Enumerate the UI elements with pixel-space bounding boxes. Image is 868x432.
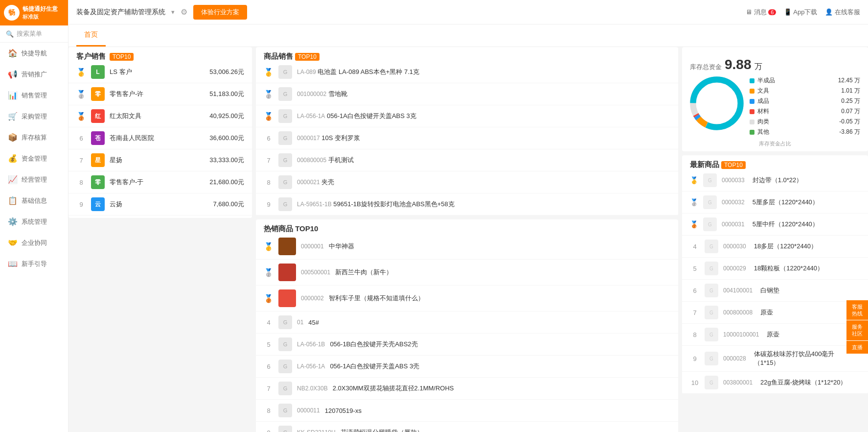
customer-value: 21,680.00元 [209,178,244,187]
new-product-name: 5厘多层（1220*2440） [753,198,819,207]
service-icon: 👤 [825,8,833,16]
hot-product-img [278,264,296,281]
sidebar-search[interactable]: 🔍 搜索菜单 [0,25,68,43]
experience-button[interactable]: 体验行业方案 [193,5,247,20]
new-product-code: 0000031 [722,221,745,228]
new-product-code: 0000032 [722,199,745,206]
product-rank-item: 🥉 G LA-056-1A 056-1A白色按键开关盖ABS 3克 [256,105,678,127]
sidebar-item-basic[interactable]: 📋 基础信息 [0,190,68,211]
hot-product-name: 056-1A白色按键开关盖ABS 3壳 [330,362,419,371]
hot-product-name: 45# [308,319,319,326]
dropdown-arrow-icon[interactable]: ▾ [171,8,175,16]
legend-name: 其他 [757,128,839,136]
hot-product-img: G [278,360,292,373]
new-product-item: 7 G 000800008 原壶 [682,302,868,324]
new-product-img: G [703,195,717,209]
legend-item: 其他 -3.86 万 [750,128,860,136]
inventory-chart-label: 库存资金占比 [682,140,868,151]
legend-item: 材料 0.07 万 [750,107,860,116]
settings-icon[interactable]: ⚙ [181,7,187,17]
sidebar-item-label: 经营管理 [22,175,47,184]
new-product-name: 5厘中纤（1220*2440） [753,220,819,229]
product-top10-title: 商品销售 [264,52,293,61]
medal-icon: 🥇 [264,242,274,251]
customer-value: 53,006.26元 [209,68,244,76]
system-title: 装备及固定资产辅助管理系统 [76,8,165,17]
sidebar: 畅 畅捷通好生意 标准版 🔍 搜索菜单 🏠 快捷导航 📢 营销推广 📊 销售管理… [0,0,69,432]
legend-name: 材料 [757,107,841,116]
new-product-item: 8 G 10000100001 原壶 [682,324,868,346]
legend-name: 半成品 [757,76,838,85]
sidebar-item-finance[interactable]: 💰 资金管理 [0,148,68,169]
float-service-button[interactable]: 客服 热线 [846,300,868,320]
message-area[interactable]: 🖥 消息 6 [746,8,776,17]
customer-avatar: 零 [91,175,105,189]
customer-rank-item: 8 零 零售客户-于 21,680.00元 [69,171,252,193]
hot-product-item: 🥉 0000002 智利车子里（规格不知道填什么） [256,286,678,312]
product-rank-item: 7 G 000800005 手机测试 [256,149,678,171]
legend-value: 12.45 万 [838,76,860,85]
new-product-code: 0000030 [723,243,746,250]
hot-products-title: 热销商品 TOP10 [264,224,318,233]
hot-product-img: G [278,382,292,395]
medal-icon: 🥇 [690,176,698,184]
sidebar-item-label: 快捷导航 [22,49,47,58]
product-code: LA-056-1A [297,113,325,120]
customer-avatar: 苍 [91,131,105,145]
float-service-button[interactable]: 服务 社区 [846,320,868,340]
app-download[interactable]: 📱 App下载 [784,8,817,17]
legend-dot [750,78,754,83]
product-img: G [278,109,292,123]
message-badge: 6 [768,9,776,15]
sidebar-item-cooperation[interactable]: 🤝 企业协同 [0,232,68,253]
cooperation-icon: 🤝 [8,238,18,247]
sidebar-item-sales[interactable]: 📊 销售管理 [0,85,68,106]
hot-product-item: 🥈 000500001 新西兰牛肉（新牛） [256,260,678,286]
new-product-img: G [705,262,718,275]
new-product-name: 原壶 [760,308,773,317]
online-service[interactable]: 👤 在线客服 [825,8,860,17]
legend-item: 半成品 12.45 万 [750,76,860,85]
customer-top10-title: 客户销售 [76,52,106,60]
hot-product-img: G [278,404,292,417]
legend-value: 0.07 万 [841,107,860,116]
new-product-name: 体碳荔枝味苏打饮品400毫升（1*15） [754,350,860,367]
new-product-img: G [705,240,718,253]
customer-rank-item: 🥈 零 零售客户-许 51,183.00元 [69,83,252,105]
sidebar-item-marketing[interactable]: 📢 营销推广 [0,64,68,85]
sidebar-item-management[interactable]: 📈 经营管理 [0,169,68,190]
main-content: 装备及固定资产辅助管理系统 ▾ ⚙ 体验行业方案 🖥 消息 6 📱 App下载 … [69,0,868,432]
sidebar-item-inventory[interactable]: 📦 库存核算 [0,127,68,148]
customer-avatar: L [91,65,105,79]
hot-product-item: 8 G 0000011 12070519-xs [256,400,678,422]
new-product-code: 10000100001 [723,331,759,338]
product-code: 0000017 [297,135,320,142]
hot-product-item: 9 G KK-SD22110H 花语萌恒温分腿睡袋（厚款） [256,422,678,432]
product-rank-item: 🥈 G 001000002 雪地靴 [256,83,678,105]
product-name: 电池盖 LA-089 ABS本色+黑种 7.1克 [318,68,419,75]
sidebar-item-system[interactable]: ⚙️ 系统管理 [0,211,68,232]
sidebar-item-label: 基础信息 [22,196,47,205]
medal-icon: 🥈 [76,90,86,99]
search-icon: 🔍 [6,30,14,38]
sidebar-item-home[interactable]: 🏠 快捷导航 [0,43,68,64]
new-product-img: G [705,328,718,341]
product-name: 雪地靴 [328,90,347,97]
new-product-code: 004100001 [723,287,753,294]
legend-item: 文具 1.01 万 [750,87,860,95]
finance-icon: 💰 [8,154,18,163]
hot-product-img: G [278,315,292,329]
float-service-button[interactable]: 直播 [846,341,868,354]
topbar: 装备及固定资产辅助管理系统 ▾ ⚙ 体验行业方案 🖥 消息 6 📱 App下载 … [69,0,868,24]
product-code: LA-089 [297,69,316,75]
marketing-icon: 📢 [8,70,18,79]
donut-svg [690,76,744,130]
inventory-amount: 9.88 [725,57,752,72]
sidebar-item-guide[interactable]: 📖 新手引导 [0,253,68,274]
product-code: 001000002 [297,91,326,97]
legend-name: 成品 [757,97,841,105]
sidebar-item-purchase[interactable]: 🛒 采购管理 [0,106,68,127]
customer-rank-item: 🥉 红 红太阳文具 40,925.00元 [69,105,252,127]
new-product-img: G [703,217,717,231]
tab-home[interactable]: 首页 [76,24,106,47]
